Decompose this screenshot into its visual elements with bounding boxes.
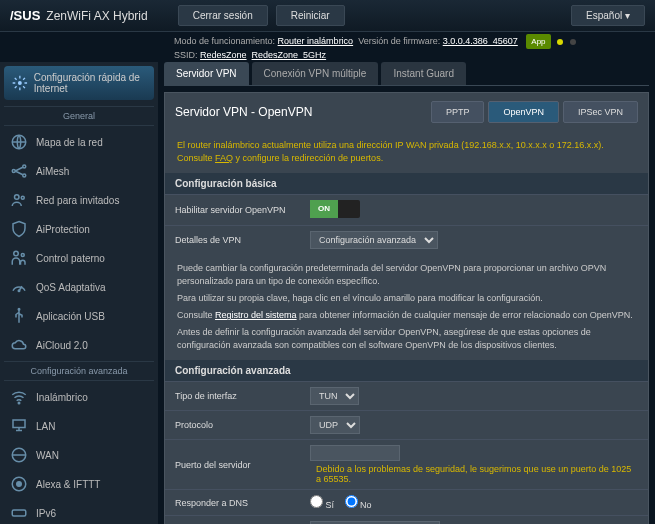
section-advanced: Configuración avanzada: [4, 361, 154, 381]
svg-point-0: [18, 81, 22, 85]
dns-yes-radio[interactable]: [310, 495, 323, 508]
interface-select[interactable]: TUN: [310, 387, 359, 405]
reboot-button[interactable]: Reiniciar: [276, 5, 345, 26]
sidebar-item-guest[interactable]: Red para invitados: [4, 186, 154, 214]
syslog-link[interactable]: Registro del sistema: [215, 310, 297, 320]
svg-rect-12: [13, 420, 25, 428]
basic-description: Puede cambiar la configuración predeterm…: [165, 254, 648, 360]
sidebar-item-network-map[interactable]: Mapa de la red: [4, 128, 154, 156]
details-label: Detalles de VPN: [175, 235, 310, 245]
sidebar: Configuración rápida de Internet General…: [0, 62, 158, 524]
sidebar-item-usb[interactable]: Aplicación USB: [4, 302, 154, 330]
wifi-icon: [10, 388, 28, 406]
mode-ipsec-button[interactable]: IPSec VPN: [563, 101, 638, 123]
app-header: /SUS ZenWiFi AX Hybrid Cerrar sesión Rei…: [0, 0, 655, 32]
brand-logo: /SUS: [10, 8, 40, 23]
status-dot-icon: [557, 39, 563, 45]
sidebar-item-wan[interactable]: WAN: [4, 441, 154, 469]
status-bar: Modo de funcionamiento: Router inalámbri…: [0, 32, 655, 62]
panel-title: Servidor VPN - OpenVPN: [175, 105, 427, 119]
sidebar-item-alexa[interactable]: Alexa & IFTTT: [4, 470, 154, 498]
sidebar-item-ipv6[interactable]: IPv6: [4, 499, 154, 524]
svg-point-3: [23, 165, 26, 168]
language-selector[interactable]: Español: [571, 5, 645, 26]
section-advanced: Configuración avanzada: [165, 360, 648, 381]
status-dot-icon: [570, 39, 576, 45]
mode-openvpn-button[interactable]: OpenVPN: [488, 101, 559, 123]
main-content: Servidor VPN Conexión VPN múltiple Insta…: [158, 62, 655, 524]
details-select[interactable]: Configuración avanzada: [310, 231, 438, 249]
svg-point-10: [18, 309, 20, 311]
svg-point-2: [12, 170, 15, 173]
mode-pptp-button[interactable]: PPTP: [431, 101, 485, 123]
gauge-icon: [10, 278, 28, 296]
sidebar-item-aicloud[interactable]: AiCloud 2.0: [4, 331, 154, 359]
private-ip-warning: El router inalámbrico actualmente utiliz…: [165, 131, 648, 173]
op-mode-link[interactable]: Router inalámbrico: [278, 36, 354, 46]
sidebar-item-aimesh[interactable]: AiMesh: [4, 157, 154, 185]
globe-icon: [10, 133, 28, 151]
sidebar-item-parental[interactable]: Control paterno: [4, 244, 154, 272]
sidebar-item-qos[interactable]: QoS Adaptativa: [4, 273, 154, 301]
voice-icon: [10, 475, 28, 493]
svg-point-4: [23, 174, 26, 177]
enable-toggle[interactable]: ON: [310, 200, 360, 218]
sidebar-item-lan[interactable]: LAN: [4, 412, 154, 440]
port-input[interactable]: [310, 445, 400, 461]
logout-button[interactable]: Cerrar sesión: [178, 5, 268, 26]
quick-setup-button[interactable]: Configuración rápida de Internet: [4, 66, 154, 100]
faq-link[interactable]: FAQ: [215, 153, 233, 163]
tab-vpn-server[interactable]: Servidor VPN: [164, 62, 249, 85]
svg-point-11: [18, 402, 20, 404]
usb-icon: [10, 307, 28, 325]
gear-icon: [12, 73, 28, 93]
enable-label: Habilitar servidor OpenVPN: [175, 205, 310, 215]
tab-vpn-fusion[interactable]: Conexión VPN múltiple: [252, 62, 379, 85]
sidebar-item-wireless[interactable]: Inalámbrico: [4, 383, 154, 411]
tab-instant-guard[interactable]: Instant Guard: [381, 62, 466, 85]
section-general: General: [4, 106, 154, 126]
shield-icon: [10, 220, 28, 238]
svg-rect-16: [12, 510, 26, 516]
protocol-select[interactable]: UDP: [310, 416, 360, 434]
mesh-icon: [10, 162, 28, 180]
vpn-panel: Servidor VPN - OpenVPN PPTP OpenVPN IPSe…: [164, 92, 649, 524]
svg-point-8: [21, 254, 24, 257]
firmware-link[interactable]: 3.0.0.4.386_45607: [443, 36, 518, 46]
dns-no-radio[interactable]: [345, 495, 358, 508]
svg-point-15: [17, 482, 22, 487]
wan-icon: [10, 446, 28, 464]
svg-point-7: [14, 251, 19, 256]
cloud-icon: [10, 336, 28, 354]
vpn-tabs: Servidor VPN Conexión VPN múltiple Insta…: [164, 62, 649, 86]
section-basic: Configuración básica: [165, 173, 648, 194]
ssid-link[interactable]: RedesZone_5GHz: [252, 50, 327, 60]
ipv6-icon: [10, 504, 28, 522]
svg-point-6: [21, 196, 24, 199]
port-hint: Debido a los problemas de seguridad, le …: [316, 464, 638, 484]
lan-icon: [10, 417, 28, 435]
app-badge[interactable]: App: [526, 34, 550, 49]
family-icon: [10, 249, 28, 267]
svg-point-5: [15, 195, 20, 200]
model-name: ZenWiFi AX Hybrid: [46, 9, 147, 23]
users-icon: [10, 191, 28, 209]
sidebar-item-aiprotection[interactable]: AiProtection: [4, 215, 154, 243]
ssid-link[interactable]: RedesZone: [200, 50, 247, 60]
